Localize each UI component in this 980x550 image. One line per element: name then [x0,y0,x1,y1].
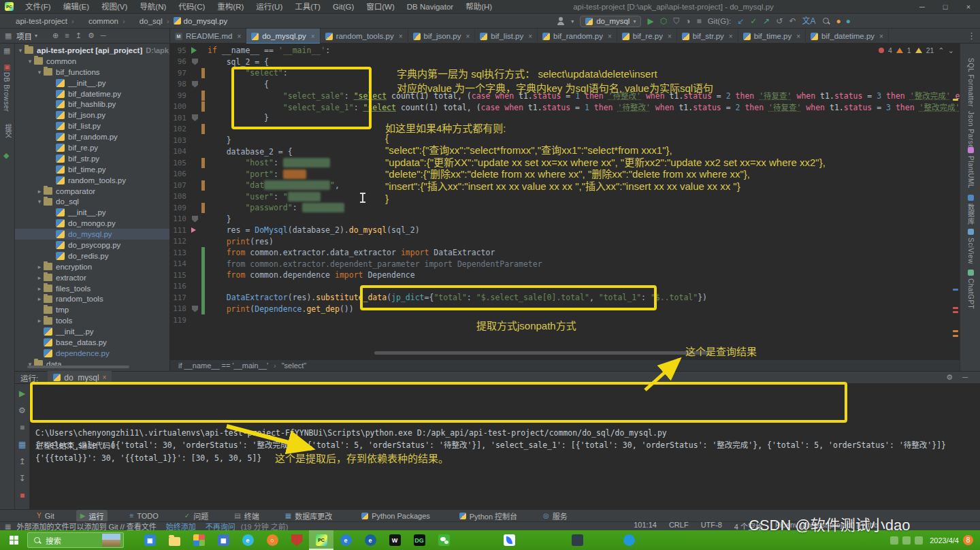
code-line[interactable]: 110 } [170,214,960,225]
run-console[interactable]: C:\Users\chenyongzhi11\.virtualenvs\api-… [30,384,980,509]
gutter-icon[interactable] [192,59,198,65]
code-line[interactable]: 102 [170,124,960,135]
breadcrumb-item[interactable]: do_sql [118,17,163,25]
tree-row[interactable]: bif_str.py [15,153,169,164]
coverage-button[interactable]: ⛉ [673,14,679,29]
tree-row[interactable]: random_tools.py [15,175,169,186]
editor-tab[interactable]: bif_json.py × [408,29,476,44]
hide-panel-icon[interactable]: ─ [101,31,106,40]
tree-row[interactable]: dependence.py [15,348,169,359]
git-push-icon[interactable]: ↗ [763,14,770,29]
tree-row[interactable]: do_redis.py [15,250,169,261]
code-line[interactable]: 101 } [170,112,960,124]
menu-item[interactable]: DB Navigator [401,0,459,14]
tree-row[interactable]: bif_time.py [15,164,169,175]
taskbar-mini-app-icon[interactable] [565,530,589,550]
tree-row[interactable]: ▾ common [15,56,169,67]
code-line[interactable]: 107 "dat##############", [170,180,960,191]
tool-window-button[interactable]: Y Git [33,511,59,521]
gutter-icon[interactable] [192,114,198,121]
close-tab-icon[interactable]: × [311,33,315,40]
tool-window-icon[interactable]: ▦ [3,46,10,55]
code-line[interactable]: 112 print(res) [170,236,960,248]
run-settings-icon[interactable]: ⚙ [18,406,26,415]
close-tab-icon[interactable]: × [879,33,883,40]
tree-row[interactable]: __init__.py [15,326,169,337]
editor-scrollbar[interactable] [374,351,711,355]
gutter-icon[interactable] [192,216,198,223]
breadcrumb-item[interactable]: api-test-project [5,17,67,25]
code-line[interactable]: 114 from common.extractor.dependent_para… [170,259,960,270]
tree-row[interactable]: base_datas.py [15,337,169,348]
editor-tab[interactable]: README.md × [170,29,246,44]
menu-item[interactable]: Git(G) [327,0,360,14]
tree-row[interactable]: bif_json.py [15,110,169,120]
tree-arrow-icon[interactable]: ▸ [35,188,44,195]
code-line[interactable]: 116 [170,281,960,293]
code-line[interactable]: 115 from common.dependence import Depend… [170,270,960,281]
menu-item[interactable]: 窗口(W) [360,0,401,14]
taskbar-edge-dev-icon[interactable]: e [358,530,382,550]
collapse-all-icon[interactable]: ↥ [76,31,82,40]
tree-row[interactable]: tmp [15,304,169,315]
menu-item[interactable]: 重构(R) [211,0,250,14]
tool-window-button[interactable]: ✓ 问题 [180,510,212,522]
code-line[interactable]: 104 database_2 = { [170,146,960,158]
taskbar-pycharm-icon[interactable]: PC [309,530,333,550]
next-error-icon[interactable]: ⌃ [948,46,954,54]
clear-console-button[interactable]: ■ [20,491,24,500]
menu-item[interactable]: 帮助(H) [459,0,498,14]
code-line[interactable]: 97 "select": [170,67,960,79]
git-commit-icon[interactable]: ✓ [750,14,757,29]
tray-icon[interactable] [902,536,911,545]
editor-tab[interactable]: random_tools.py × [321,29,408,44]
run-button[interactable]: ▶ [647,14,653,29]
taskbar-feather-app-icon[interactable] [497,530,521,550]
code-line[interactable]: 113 from common.extractor.data_extractor… [170,247,960,259]
git-update-icon[interactable]: ↙ [737,14,744,29]
notification-badge[interactable]: 8 [963,535,973,545]
sidebar-item-db-browser[interactable]: DB Browser [3,72,10,112]
tool-window-button[interactable]: ▶ 运行 [76,510,108,522]
tray-icon[interactable] [890,536,898,545]
tree-arrow-icon[interactable]: ▸ [35,274,44,281]
tree-row[interactable]: ▾ api-test-project [api_project]D:\apk_a… [15,45,169,56]
breadcrumb-key[interactable]: "select" [282,361,307,370]
tree-arrow-icon[interactable]: ▸ [35,317,44,324]
editor-tab[interactable]: bif_datetime.py × [806,29,889,44]
tree-arrow-icon[interactable]: ▾ [16,47,24,54]
tree-row[interactable]: ▸ tools [15,315,169,326]
code-line[interactable]: 99 "select_sale": "select count(1) total… [170,90,960,101]
gutter-icon[interactable] [192,306,198,312]
code-line[interactable]: 119 [170,314,960,326]
tool-window-button[interactable]: ≡ TODO [125,511,162,521]
tree-row[interactable]: ▾ do_sql [15,196,169,207]
taskbar-search-input[interactable]: 搜索 [27,532,124,548]
taskbar-ms-store-icon[interactable]: ▣ [137,530,162,550]
minimize-button[interactable]: ─ [911,0,934,14]
editor-tab[interactable]: bif_list.py × [475,29,538,44]
tree-row[interactable]: bif_re.py [15,142,169,153]
tool-windows-toggle-icon[interactable]: ▦ [5,523,11,530]
view-options-icon[interactable]: ≡ [65,31,69,40]
tree-arrow-icon[interactable]: ▸ [35,285,44,292]
sidebar-item[interactable]: PlantUML [960,147,980,189]
close-tab-icon[interactable]: × [729,33,733,40]
rerun-button[interactable]: ▶ [19,389,25,398]
tool-window-button[interactable]: ◎ 服务 [539,510,572,522]
db-browser-icon[interactable]: ▣ [3,63,10,71]
editor-tab[interactable]: bif_random.py × [538,29,617,44]
code-line[interactable]: 100 "select_sale_1": "select count(1) to… [170,101,960,113]
plugin-teal-icon[interactable]: ● [846,14,851,29]
taskbar-typora-icon[interactable]: W [382,530,407,550]
tray-icon[interactable] [915,536,923,545]
close-tab-icon[interactable]: × [608,33,612,40]
taskbar-photos-icon[interactable] [186,530,211,550]
search-daily-image[interactable] [102,534,120,547]
tool-window-button[interactable]: ▤ 终端 [230,510,263,522]
menu-item[interactable]: 视图(V) [95,0,133,14]
tree-row[interactable]: do_mysql.py [15,229,169,240]
scroll-down-icon[interactable]: ↧ [18,474,25,483]
code-line[interactable]: 117 DataExtractor(res).substitute_data(j… [170,292,960,304]
menu-item[interactable]: 编辑(E) [57,0,95,14]
